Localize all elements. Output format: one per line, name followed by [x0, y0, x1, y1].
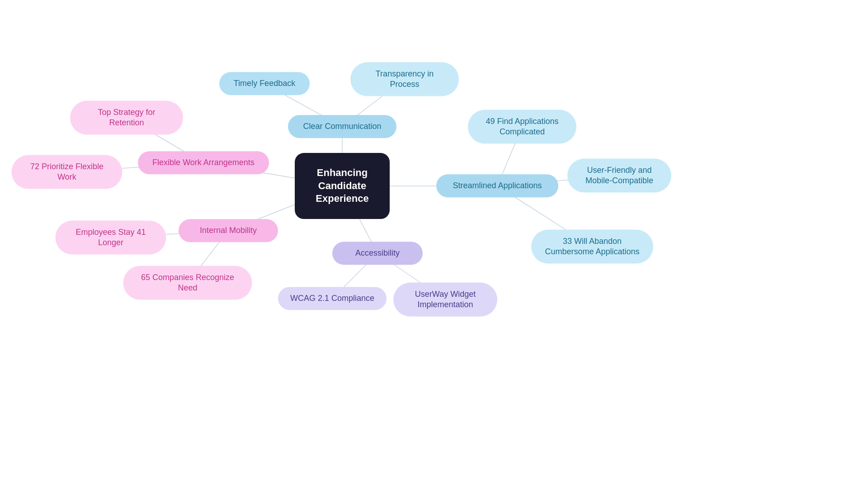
- node-clear-comm[interactable]: Clear Communication: [288, 115, 396, 138]
- node-center[interactable]: Enhancing Candidate Experience: [295, 153, 390, 219]
- node-accessibility[interactable]: Accessibility: [332, 242, 423, 265]
- node-abandon[interactable]: 33 Will Abandon Cumbersome Applications: [531, 230, 653, 264]
- node-employees-stay[interactable]: Employees Stay 41 Longer: [56, 221, 166, 255]
- node-internal-mobility[interactable]: Internal Mobility: [179, 219, 278, 242]
- node-top-strategy[interactable]: Top Strategy for Retention: [70, 101, 183, 135]
- node-transparency[interactable]: Transparency in Process: [350, 62, 459, 96]
- node-user-friendly[interactable]: User-Friendly and Mobile-Compatible: [567, 159, 671, 193]
- mindmap-container: Enhancing Candidate ExperienceClear Comm…: [0, 0, 868, 490]
- node-wcag[interactable]: WCAG 2.1 Compliance: [278, 287, 387, 310]
- node-companies-recognize[interactable]: 65 Companies Recognize Need: [123, 266, 252, 300]
- node-userway[interactable]: UserWay Widget Implementation: [393, 283, 497, 317]
- node-prioritize-flexible[interactable]: 72 Prioritize Flexible Work: [12, 155, 123, 189]
- node-streamlined[interactable]: Streamlined Applications: [436, 174, 558, 197]
- node-timely-feedback[interactable]: Timely Feedback: [219, 72, 310, 95]
- node-find-complicated[interactable]: 49 Find Applications Complicated: [468, 110, 576, 144]
- node-flexible-work[interactable]: Flexible Work Arrangements: [138, 151, 269, 174]
